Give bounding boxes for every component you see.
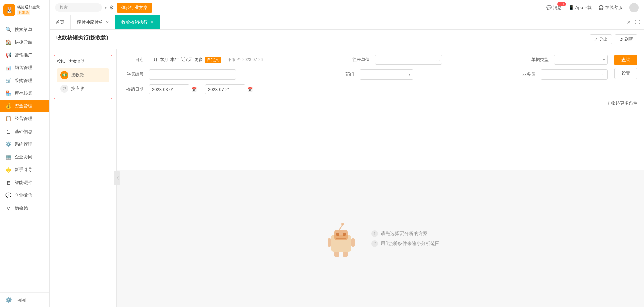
sidebar-item-member-label: 畅会员 — [15, 205, 28, 211]
collapse-sidebar-icon[interactable]: ◀◀ — [17, 297, 25, 303]
sidebar-item-quicknav[interactable]: 🏠 快捷导航 — [0, 36, 49, 49]
staff-input[interactable] — [541, 69, 608, 80]
dropdown-arrow-icon[interactable]: ▾ — [105, 5, 107, 10]
date-range-text: 不限 至 2023-07-26 — [228, 57, 263, 63]
query-option-by-receivable[interactable]: ⏱ 按应收 — [57, 82, 109, 95]
query-panel-border: 按以下方案查询 💵 按收款 ⏱ 按应收 — [54, 55, 112, 99]
date-link-this-year[interactable]: 本年 — [170, 57, 179, 63]
sidebar-item-purchase[interactable]: 🛒 采购管理 — [0, 74, 49, 87]
dept-select[interactable] — [360, 69, 413, 80]
app-download-button[interactable]: 📱 App下载 — [569, 5, 592, 11]
system-icon: ⚙️ — [5, 141, 11, 147]
topbar-gear-icon[interactable]: ⚙ — [109, 4, 114, 11]
export-icon: ↗ — [594, 37, 598, 42]
sidebar-item-search[interactable]: 🔍 搜索菜单 — [0, 23, 49, 36]
customer-service-label: 在线客服 — [605, 5, 623, 11]
collapse-chevron-icon: 《 — [605, 100, 610, 106]
settings-bottom-icon[interactable]: ⚙️ — [5, 297, 12, 303]
filter-row-1: 日期 上月 本月 本年 近7天 更多 自定义 不限 至 2023-07-26 — [123, 55, 608, 65]
filter-panel: 按以下方案查询 💵 按收款 ⏱ 按应收 《 — [50, 49, 644, 307]
verify-end-calendar-icon[interactable]: 📅 — [247, 87, 253, 92]
counterpart-more-icon[interactable]: ··· — [436, 57, 440, 62]
counterpart-input[interactable] — [375, 55, 442, 65]
tab-home-label: 首页 — [56, 19, 64, 25]
verify-start-calendar-icon[interactable]: 📅 — [191, 87, 197, 92]
collapse-more-button[interactable]: 《 收起更多条件 — [123, 99, 637, 109]
refresh-icon: ↺ — [619, 37, 623, 42]
svg-point-10 — [341, 223, 344, 225]
refresh-button[interactable]: ↺ 刷新 — [615, 34, 637, 44]
docno-label: 单据编号 — [123, 71, 144, 78]
customer-service-button[interactable]: 🎧 在线客服 — [598, 5, 623, 11]
message-button[interactable]: 💬 消息 99+ — [546, 5, 562, 11]
sales-icon: 📊 — [5, 65, 11, 71]
tab-collection-label: 收款核销执行 — [121, 19, 148, 25]
tab-prepay-label: 预付冲应付单 — [77, 19, 103, 25]
query-option-by-collection[interactable]: 💵 按收款 — [57, 68, 109, 82]
filter-area: 日期 上月 本月 本年 近7天 更多 自定义 不限 至 2023-07-26 — [117, 49, 644, 170]
staff-input-wrap: ··· — [541, 69, 608, 80]
member-icon: V — [5, 205, 11, 211]
sidebar-item-operation[interactable]: 📋 经营管理 — [0, 112, 49, 125]
content-area: 收款核销执行(按收款) ↗ 导出 ↺ 刷新 按以下方案查询 💵 — [50, 30, 644, 307]
date-link-last-month[interactable]: 上月 — [149, 57, 158, 63]
dept-label: 部门 — [345, 71, 354, 78]
tip-text-1: 请先选择要分析的方案 — [381, 231, 428, 237]
collapse-query-panel-button[interactable]: 《 — [114, 171, 120, 185]
tab-maximize-icon[interactable]: ⛶ — [635, 19, 640, 25]
svg-line-9 — [339, 225, 343, 230]
basic-icon: 🗂 — [5, 129, 11, 135]
sidebar-item-enterprise[interactable]: 🏢 企业协同 — [0, 151, 49, 163]
date-link-7days[interactable]: 近7天 — [181, 57, 192, 63]
sidebar-item-purchase-label: 采购管理 — [15, 78, 32, 84]
date-link-more[interactable]: 更多 — [194, 57, 203, 63]
verify-date-range: 2023-03-01 📅 — 2023-07-21 📅 — [149, 84, 253, 94]
tabbar: 首页 预付冲应付单 ✕ 收款核销执行 ✕ ✕ ⛶ — [50, 15, 644, 30]
solution-button[interactable]: 体验行业方案 — [117, 3, 152, 13]
empty-illustration — [321, 218, 361, 259]
tab-prepay[interactable]: 预付冲应付单 ✕ — [71, 15, 115, 29]
export-label: 导出 — [599, 36, 608, 42]
sidebar-item-system[interactable]: ⚙️ 系统管理 — [0, 138, 49, 151]
verify-end-input[interactable]: 2023-07-21 — [205, 84, 245, 94]
app-name: 畅捷通好生意 — [17, 5, 40, 9]
sidebar-item-operation-label: 经营管理 — [15, 116, 32, 122]
sidebar-item-marketing[interactable]: 📢 营销推广 — [0, 49, 49, 61]
svg-point-2 — [336, 233, 339, 236]
tab-close-all-icon[interactable]: ✕ — [627, 19, 631, 25]
query-button[interactable]: 查询 — [614, 55, 637, 65]
sidebar-menu: 🔍 搜索菜单 🏠 快捷导航 📢 营销推广 📊 销售管理 🛒 采购管理 🏪 库存核… — [0, 20, 49, 292]
sidebar-item-member[interactable]: V 畅会员 — [0, 202, 49, 214]
tab-home[interactable]: 首页 — [50, 15, 71, 29]
sidebar-item-wechat[interactable]: 💬 企业微信 — [0, 189, 49, 202]
app-download-label: App下载 — [575, 5, 592, 11]
tab-collection-close-icon[interactable]: ✕ — [150, 20, 154, 25]
date-custom-tag[interactable]: 自定义 — [205, 57, 221, 63]
staff-more-icon[interactable]: ··· — [602, 72, 606, 77]
sidebar-item-inventory[interactable]: 🏪 库存核算 — [0, 87, 49, 100]
tab-collection[interactable]: 收款核销执行 ✕ — [115, 15, 160, 29]
user-avatar[interactable] — [629, 3, 639, 12]
docno-input[interactable] — [149, 69, 236, 80]
sidebar-item-guide[interactable]: 🌟 新手引导 — [0, 163, 49, 176]
filter-fields: 日期 上月 本月 本年 近7天 更多 自定义 不限 至 2023-07-26 — [123, 55, 608, 99]
sidebar-item-guide-label: 新手引导 — [15, 167, 32, 173]
sidebar: 🐰 畅捷通好生意 标准版 🔍 搜索菜单 🏠 快捷导航 📢 营销推广 📊 销售管理… — [0, 0, 50, 307]
tab-prepay-close-icon[interactable]: ✕ — [106, 20, 109, 25]
setting-button[interactable]: 设置 — [614, 68, 637, 79]
doctype-select[interactable] — [554, 55, 608, 65]
home-icon: 🏠 — [5, 39, 11, 45]
app-logo-icon: 🐰 — [3, 4, 15, 16]
doctype-select-wrap — [554, 55, 608, 65]
sidebar-item-finance[interactable]: 💰 资金管理 — [0, 100, 49, 112]
sidebar-item-hardware[interactable]: 🖥 智能硬件 — [0, 176, 49, 189]
sidebar-item-sales[interactable]: 📊 销售管理 — [0, 61, 49, 74]
export-button[interactable]: ↗ 导出 — [590, 34, 612, 44]
sidebar-item-basic[interactable]: 🗂 基础信息 — [0, 125, 49, 138]
staff-label: 业务员 — [522, 71, 535, 78]
logo-text-block: 畅捷通好生意 标准版 — [17, 5, 40, 15]
date-link-this-month[interactable]: 本月 — [160, 57, 168, 63]
query-panel-title: 按以下方案查询 — [57, 59, 109, 64]
tip-text-2: 用[过滤]条件来缩小分析范围 — [381, 241, 440, 247]
verify-start-input[interactable]: 2023-03-01 — [149, 84, 189, 94]
